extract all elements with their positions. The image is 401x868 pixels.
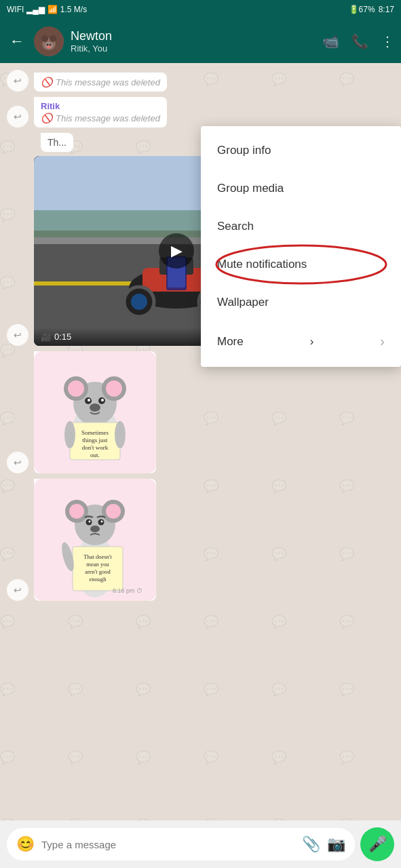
video-call-icon[interactable]: 📹	[322, 33, 339, 50]
dropdown-menu: Group info Group media Search Mute notif…	[201, 126, 401, 367]
speed-label: 1.5 M/s	[60, 5, 87, 14]
header-info: Newton Ritik, You	[71, 29, 316, 54]
menu-item-wallpaper[interactable]: Wallpaper	[201, 283, 401, 321]
avatar-image	[34, 26, 64, 56]
svg-point-2	[41, 35, 48, 42]
svg-point-6	[50, 43, 52, 45]
menu-item-search[interactable]: Search	[201, 208, 401, 245]
more-options-icon[interactable]: ⋮	[381, 33, 394, 50]
chat-header: ← Newton Ritik, You 📹 📞 ⋮	[0, 19, 401, 63]
svg-point-5	[47, 43, 49, 45]
header-icons: 📹 📞 ⋮	[322, 33, 394, 50]
svg-point-3	[50, 35, 56, 42]
menu-item-group-media[interactable]: Group media	[201, 170, 401, 208]
menu-item-more[interactable]: More ›	[201, 321, 401, 361]
group-name: Newton	[71, 29, 316, 43]
battery-icon: 🔋67%	[349, 5, 375, 14]
dropdown-overlay[interactable]: Group info Group media Search Mute notif…	[0, 63, 401, 868]
menu-item-mute-notifications[interactable]: Mute notifications	[201, 245, 401, 283]
time-label: 8:17	[379, 5, 394, 14]
status-bar-left: WIFI ▂▄▆ 📶 1.5 M/s	[7, 5, 87, 14]
call-icon[interactable]: 📞	[351, 33, 368, 50]
back-button[interactable]: ←	[7, 30, 27, 53]
menu-item-group-info[interactable]: Group info	[201, 132, 401, 170]
wifi-icon: 📶	[47, 5, 58, 14]
svg-point-7	[47, 45, 51, 48]
signal-bars: ▂▄▆	[26, 5, 45, 14]
carrier-label: WIFI	[7, 5, 24, 14]
avatar[interactable]	[34, 26, 64, 56]
group-members: Ritik, You	[71, 43, 316, 54]
status-bar: WIFI ▂▄▆ 📶 1.5 M/s 🔋67% 8:17	[0, 0, 401, 19]
status-bar-right: 🔋67% 8:17	[349, 5, 394, 14]
arrow-icon: ›	[310, 335, 314, 349]
